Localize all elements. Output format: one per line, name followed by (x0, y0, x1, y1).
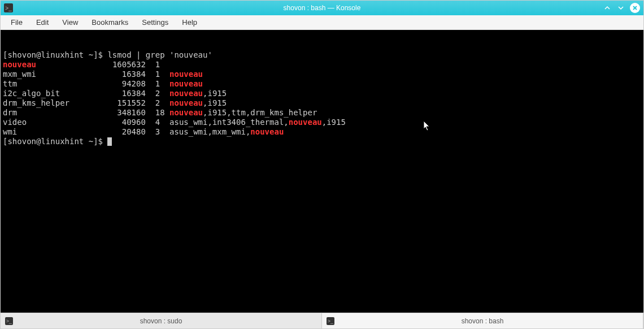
window-controls (603, 3, 640, 13)
terminal-icon: >_ (5, 317, 13, 325)
terminal-line: [shovon@linuxhint ~]$ lsmod | grep 'nouv… (3, 50, 641, 60)
tab-bash[interactable]: >_ shovon : bash (322, 313, 643, 328)
tab-label: shovon : bash (462, 317, 504, 325)
terminal-line: [shovon@linuxhint ~]$ (3, 137, 641, 146)
konsole-window: >_ shovon : bash — Konsole File Edit Vie… (0, 0, 644, 329)
terminal-line: nouveau 1605632 1 (3, 60, 641, 70)
menu-bookmarks[interactable]: Bookmarks (86, 16, 134, 29)
terminal-line: mxm_wmi 16384 1 nouveau (3, 70, 641, 79)
tabbar: >_ shovon : sudo >_ shovon : bash (1, 313, 643, 328)
menubar: File Edit View Bookmarks Settings Help (1, 15, 643, 30)
terminal-line: video 40960 4 asus_wmi,int3406_thermal,n… (3, 118, 641, 127)
window-title: shovon : bash — Konsole (284, 4, 361, 12)
menu-edit[interactable]: Edit (31, 16, 54, 29)
terminal-line: wmi 20480 3 asus_wmi,mxm_wmi,nouveau (3, 127, 641, 137)
menu-help[interactable]: Help (176, 16, 203, 29)
minimize-button[interactable] (603, 3, 612, 12)
menu-view[interactable]: View (56, 16, 84, 29)
terminal-area[interactable]: [shovon@linuxhint ~]$ lsmod | grep 'nouv… (1, 30, 643, 313)
menu-file[interactable]: File (5, 16, 28, 29)
app-icon: >_ (4, 3, 13, 12)
terminal-line: i2c_algo_bit 16384 2 nouveau,i915 (3, 89, 641, 98)
terminal-line: ttm 94208 1 nouveau (3, 79, 641, 89)
menu-settings[interactable]: Settings (136, 16, 174, 29)
tab-label: shovon : sudo (140, 317, 182, 325)
tab-sudo[interactable]: >_ shovon : sudo (1, 313, 322, 328)
maximize-button[interactable] (616, 3, 625, 12)
close-button[interactable] (630, 3, 640, 13)
terminal-line: drm 348160 18 nouveau,i915,ttm,drm_kms_h… (3, 108, 641, 118)
terminal-icon: >_ (327, 317, 334, 325)
titlebar[interactable]: >_ shovon : bash — Konsole (1, 1, 643, 15)
terminal-line: drm_kms_helper 151552 2 nouveau,i915 (3, 98, 641, 108)
text-cursor (107, 137, 112, 146)
